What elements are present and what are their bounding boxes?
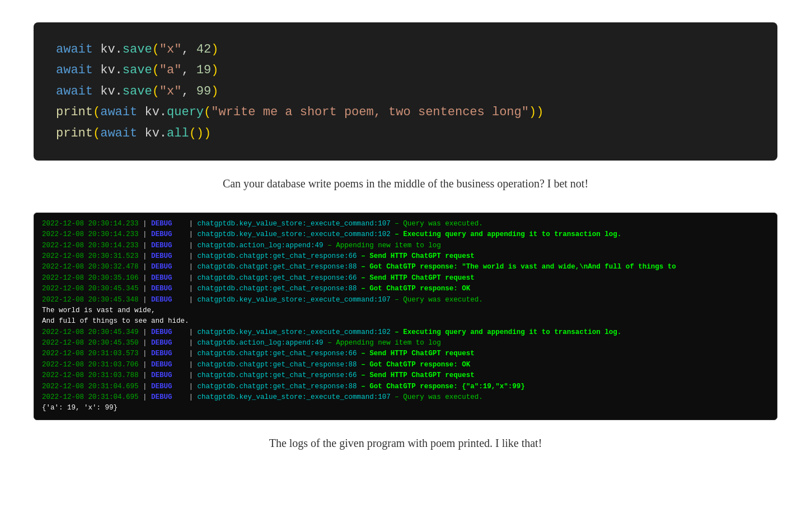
log-line-11: 2022-12-08 20:31:03.706 | DEBUG | chatgp… bbox=[42, 360, 769, 370]
log-line-5: 2022-12-08 20:30:35.106 | DEBUG | chatgp… bbox=[42, 273, 769, 284]
log-line-2: 2022-12-08 20:30:14.233 | DEBUG | chatgp… bbox=[42, 241, 769, 251]
terminal-block: 2022-12-08 20:30:14.233 | DEBUG | chatgp… bbox=[34, 213, 777, 420]
log-line-output-3: {'a': 19, 'x': 99} bbox=[42, 403, 769, 413]
log-line-output-1: The world is vast and wide, bbox=[42, 305, 769, 316]
code-line-2: await kv.save("a", 19) bbox=[56, 60, 755, 81]
log-line-7: 2022-12-08 20:30:45.348 | DEBUG | chatgp… bbox=[42, 295, 769, 305]
caption-2: The logs of the given program with poem … bbox=[34, 437, 777, 450]
log-line-13: 2022-12-08 20:31:04.695 | DEBUG | chatgp… bbox=[42, 382, 769, 392]
log-line-6: 2022-12-08 20:30:45.345 | DEBUG | chatgp… bbox=[42, 284, 769, 294]
code-line-4: print(await kv.query("write me a short p… bbox=[56, 102, 755, 123]
log-line-9: 2022-12-08 20:30:45.350 | DEBUG | chatgp… bbox=[42, 338, 769, 349]
caption-1: Can your database write poems in the mid… bbox=[34, 177, 777, 190]
log-line-8: 2022-12-08 20:30:45.349 | DEBUG | chatgp… bbox=[42, 327, 769, 338]
code-block-1: await kv.save("x", 42) await kv.save("a"… bbox=[34, 22, 777, 161]
code-line-5: print(await kv.all()) bbox=[56, 123, 755, 144]
page-wrapper: await kv.save("x", 42) await kv.save("a"… bbox=[0, 0, 811, 495]
log-line-4: 2022-12-08 20:30:32.478 | DEBUG | chatgp… bbox=[42, 262, 769, 272]
log-line-10: 2022-12-08 20:31:03.573 | DEBUG | chatgp… bbox=[42, 349, 769, 359]
code-line-1: await kv.save("x", 42) bbox=[56, 39, 755, 60]
log-line-3: 2022-12-08 20:30:31.523 | DEBUG | chatgp… bbox=[42, 251, 769, 262]
log-line-14: 2022-12-08 20:31:04.695 | DEBUG | chatgp… bbox=[42, 392, 769, 403]
code-line-3: await kv.save("x", 99) bbox=[56, 81, 755, 102]
log-line-0: 2022-12-08 20:30:14.233 | DEBUG | chatgp… bbox=[42, 219, 769, 229]
log-line-output-2: And full of things to see and hide. bbox=[42, 316, 769, 327]
log-line-1: 2022-12-08 20:30:14.233 | DEBUG | chatgp… bbox=[42, 229, 769, 240]
log-line-12: 2022-12-08 20:31:03.788 | DEBUG | chatgp… bbox=[42, 370, 769, 381]
